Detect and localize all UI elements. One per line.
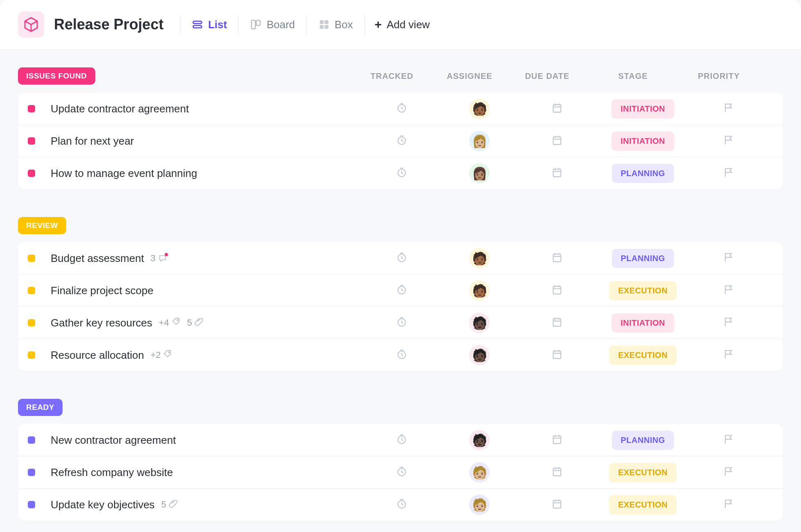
tracked-cell[interactable] bbox=[363, 316, 441, 329]
avatar[interactable]: 🧑🏼 bbox=[469, 494, 490, 515]
stage-badge[interactable]: EXECUTION bbox=[609, 346, 676, 365]
status-pill[interactable]: READY bbox=[18, 399, 63, 416]
status-dot[interactable] bbox=[28, 436, 35, 444]
stage-badge[interactable]: EXECUTION bbox=[609, 495, 676, 514]
task-row[interactable]: Resource allocation+2🧑🏿EXECUTION bbox=[18, 339, 783, 371]
tracked-cell[interactable] bbox=[363, 349, 441, 362]
priority-cell[interactable] bbox=[690, 284, 767, 297]
task-row[interactable]: Plan for next year👩🏼INITIATION bbox=[18, 125, 783, 157]
tab-board[interactable]: Board bbox=[238, 15, 306, 34]
task-row[interactable]: Budget assessment3🧑🏾PLANNING bbox=[18, 242, 783, 274]
task-title[interactable]: Update contractor agreement bbox=[51, 103, 189, 115]
priority-cell[interactable] bbox=[690, 466, 767, 479]
stage-badge[interactable]: PLANNING bbox=[612, 164, 674, 183]
stage-badge[interactable]: EXECUTION bbox=[609, 463, 676, 482]
avatar[interactable]: 🧑🏿 bbox=[469, 430, 490, 450]
stage-badge[interactable]: PLANNING bbox=[612, 249, 674, 268]
avatar[interactable]: 🧑🏼 bbox=[469, 462, 490, 483]
tracked-cell[interactable] bbox=[363, 466, 441, 479]
status-dot[interactable] bbox=[28, 170, 35, 177]
stage-cell[interactable]: INITIATION bbox=[596, 132, 690, 151]
tracked-cell[interactable] bbox=[363, 167, 441, 180]
task-title[interactable]: Refresh company website bbox=[51, 466, 173, 479]
task-title[interactable]: How to manage event planning bbox=[51, 167, 197, 180]
add-view-button[interactable]: + Add view bbox=[365, 15, 440, 34]
assignee-cell[interactable]: 👩🏼 bbox=[441, 131, 518, 151]
priority-cell[interactable] bbox=[690, 349, 767, 362]
status-pill[interactable]: REVIEW bbox=[18, 217, 66, 234]
tracked-cell[interactable] bbox=[363, 134, 441, 148]
stage-cell[interactable]: PLANNING bbox=[596, 431, 690, 450]
task-title[interactable]: Resource allocation bbox=[51, 349, 144, 362]
stage-badge[interactable]: INITIATION bbox=[611, 313, 674, 333]
task-row[interactable]: New contractor agreement🧑🏿PLANNING bbox=[18, 424, 783, 456]
task-row[interactable]: Update contractor agreement🧑🏾INITIATION bbox=[18, 93, 783, 125]
avatar[interactable]: 🧑🏾 bbox=[469, 248, 490, 268]
tracked-cell[interactable] bbox=[363, 284, 441, 297]
status-dot[interactable] bbox=[28, 319, 35, 326]
task-title[interactable]: Budget assessment bbox=[51, 252, 144, 265]
task-title[interactable]: Update key objectives bbox=[51, 498, 154, 511]
stage-badge[interactable]: INITIATION bbox=[611, 99, 674, 118]
due-date-cell[interactable] bbox=[518, 466, 596, 479]
status-dot[interactable] bbox=[28, 137, 35, 145]
avatar[interactable]: 🧑🏿 bbox=[469, 345, 490, 365]
task-title[interactable]: Finalize project scope bbox=[51, 284, 153, 297]
due-date-cell[interactable] bbox=[518, 102, 596, 115]
stage-cell[interactable]: INITIATION bbox=[596, 313, 690, 333]
stage-cell[interactable]: PLANNING bbox=[596, 164, 690, 183]
avatar[interactable]: 🧑🏾 bbox=[469, 280, 490, 301]
assignee-cell[interactable]: 🧑🏾 bbox=[441, 280, 518, 301]
tracked-cell[interactable] bbox=[363, 102, 441, 115]
due-date-cell[interactable] bbox=[518, 252, 596, 265]
stage-cell[interactable]: INITIATION bbox=[596, 99, 690, 118]
priority-cell[interactable] bbox=[690, 498, 767, 511]
due-date-cell[interactable] bbox=[518, 316, 596, 329]
due-date-cell[interactable] bbox=[518, 434, 596, 447]
task-row[interactable]: Finalize project scope🧑🏾EXECUTION bbox=[18, 274, 783, 306]
task-title[interactable]: New contractor agreement bbox=[51, 434, 176, 447]
status-dot[interactable] bbox=[28, 469, 35, 476]
tracked-cell[interactable] bbox=[363, 434, 441, 447]
assignee-cell[interactable]: 🧑🏼 bbox=[441, 462, 518, 483]
tags-more[interactable]: +2 bbox=[150, 349, 172, 361]
tab-box[interactable]: Box bbox=[307, 15, 365, 34]
status-pill[interactable]: ISSUES FOUND bbox=[18, 67, 95, 85]
status-dot[interactable] bbox=[28, 287, 35, 294]
assignee-cell[interactable]: 🧑🏼 bbox=[441, 494, 518, 515]
tab-list[interactable]: List bbox=[180, 15, 238, 34]
assignee-cell[interactable]: 🧑🏾 bbox=[441, 248, 518, 268]
status-dot[interactable] bbox=[28, 501, 35, 508]
assignee-cell[interactable]: 🧑🏿 bbox=[441, 430, 518, 450]
comments-count[interactable]: 3 bbox=[150, 253, 167, 264]
due-date-cell[interactable] bbox=[518, 134, 596, 148]
tracked-cell[interactable] bbox=[363, 498, 441, 511]
avatar[interactable]: 🧑🏾 bbox=[469, 98, 490, 119]
task-row[interactable]: How to manage event planning👩🏽PLANNING bbox=[18, 157, 783, 189]
due-date-cell[interactable] bbox=[518, 284, 596, 297]
avatar[interactable]: 👩🏼 bbox=[469, 131, 490, 151]
stage-cell[interactable]: EXECUTION bbox=[596, 281, 690, 300]
assignee-cell[interactable]: 🧑🏿 bbox=[441, 345, 518, 365]
due-date-cell[interactable] bbox=[518, 167, 596, 180]
tags-more[interactable]: +4 bbox=[159, 317, 181, 329]
stage-badge[interactable]: EXECUTION bbox=[609, 281, 676, 300]
stage-cell[interactable]: EXECUTION bbox=[596, 495, 690, 514]
task-row[interactable]: Gather key resources+45🧑🏿INITIATION bbox=[18, 306, 783, 339]
status-dot[interactable] bbox=[28, 105, 35, 112]
task-row[interactable]: Update key objectives5🧑🏼EXECUTION bbox=[18, 488, 783, 521]
assignee-cell[interactable]: 🧑🏿 bbox=[441, 313, 518, 333]
attachments-count[interactable]: 5 bbox=[161, 499, 177, 510]
stage-cell[interactable]: PLANNING bbox=[596, 249, 690, 268]
stage-badge[interactable]: INITIATION bbox=[611, 132, 674, 151]
tracked-cell[interactable] bbox=[363, 252, 441, 265]
priority-cell[interactable] bbox=[690, 316, 767, 329]
avatar[interactable]: 👩🏽 bbox=[469, 163, 490, 183]
priority-cell[interactable] bbox=[690, 434, 767, 447]
stage-badge[interactable]: PLANNING bbox=[612, 431, 674, 450]
task-row[interactable]: Refresh company website🧑🏼EXECUTION bbox=[18, 456, 783, 488]
assignee-cell[interactable]: 🧑🏾 bbox=[441, 98, 518, 119]
stage-cell[interactable]: EXECUTION bbox=[596, 463, 690, 482]
task-title[interactable]: Plan for next year bbox=[51, 135, 134, 148]
stage-cell[interactable]: EXECUTION bbox=[596, 346, 690, 365]
